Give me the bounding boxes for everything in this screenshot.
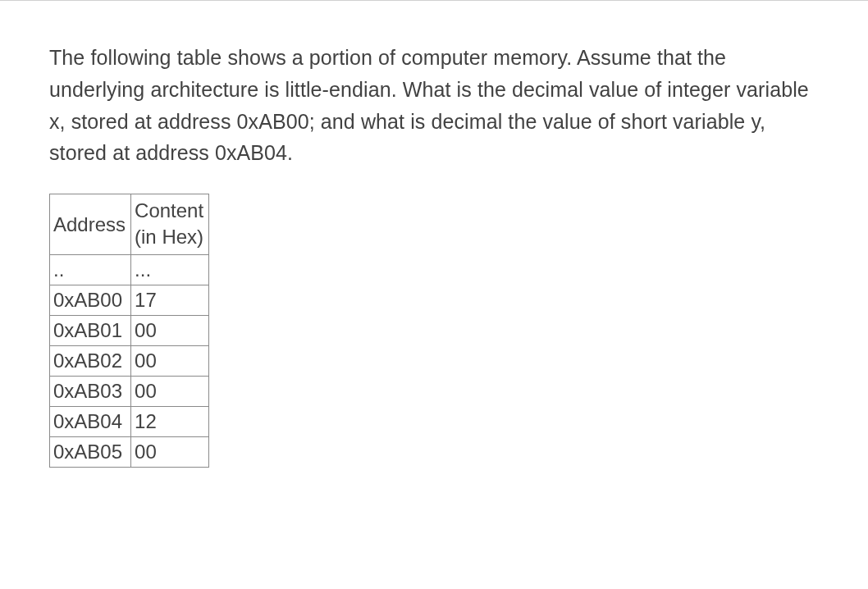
cell-content: 00: [131, 376, 209, 406]
cell-content: 12: [131, 406, 209, 436]
cell-address: 0xAB01: [50, 315, 131, 345]
cell-content: ...: [131, 254, 209, 285]
header-content-line1: Content: [135, 199, 203, 221]
cell-content: 00: [131, 436, 209, 467]
table-row: 0xAB01 00: [50, 315, 209, 345]
question-paragraph: The following table shows a portion of c…: [49, 42, 819, 169]
memory-table: Address Content (in Hex) .. ... 0xAB00 1…: [49, 194, 209, 468]
cell-content: 00: [131, 345, 209, 376]
cell-content: 17: [131, 285, 209, 315]
table-row: 0xAB03 00: [50, 376, 209, 406]
cell-address: 0xAB00: [50, 285, 131, 315]
question-container: The following table shows a portion of c…: [0, 0, 868, 500]
table-row: 0xAB05 00: [50, 436, 209, 467]
table-row: 0xAB02 00: [50, 345, 209, 376]
header-content: Content (in Hex): [131, 194, 209, 255]
cell-address: 0xAB04: [50, 406, 131, 436]
table-row: .. ...: [50, 254, 209, 285]
cell-address: 0xAB03: [50, 376, 131, 406]
cell-address: 0xAB05: [50, 436, 131, 467]
header-address: Address: [50, 194, 131, 255]
table-row: 0xAB04 12: [50, 406, 209, 436]
table-row: 0xAB00 17: [50, 285, 209, 315]
cell-address: ..: [50, 254, 131, 285]
table-header-row: Address Content (in Hex): [50, 194, 209, 255]
header-content-line2: (in Hex): [135, 226, 203, 248]
cell-address: 0xAB02: [50, 345, 131, 376]
cell-content: 00: [131, 315, 209, 345]
